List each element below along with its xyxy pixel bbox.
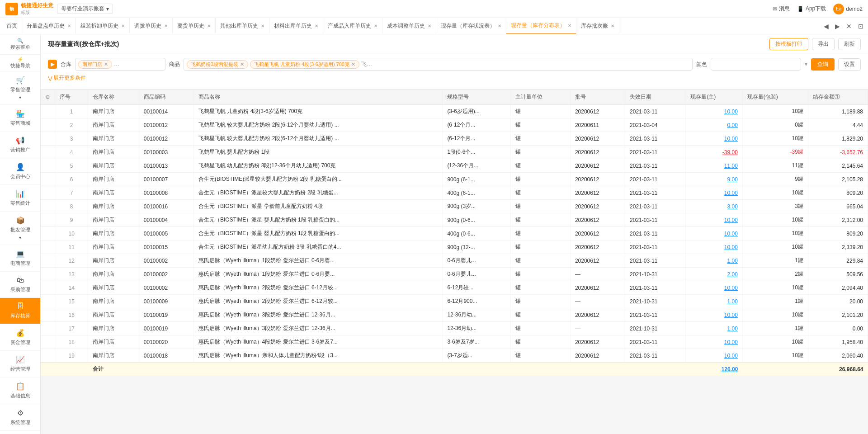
row-stock-main[interactable]: 10.00 xyxy=(686,132,742,146)
tab-close-icon[interactable]: ✕ xyxy=(261,24,264,28)
tab-close-icon[interactable]: ✕ xyxy=(121,24,125,28)
row-product-name: 飞鹤星飞帆 幼儿配方奶粉 3段(12-36个月幼儿适用) 700克 xyxy=(194,159,443,173)
tab-batch-account[interactable]: 库存批次账 ✕ xyxy=(576,18,619,34)
row-stock-main[interactable]: 10.00 xyxy=(686,335,742,349)
row-balance: 2,094.40 xyxy=(808,281,868,295)
sidebar-item-operation[interactable]: 📈 经营管理 xyxy=(0,351,40,377)
row-spec: 6-12月较... xyxy=(443,281,511,295)
sidebar-item-marketing[interactable]: 📢 营销推广 xyxy=(0,132,40,158)
tag-close-icon[interactable]: ✕ xyxy=(351,61,355,67)
row-stock-main[interactable]: 10.00 xyxy=(686,227,742,241)
tab-close-icon[interactable]: ✕ xyxy=(374,24,377,28)
sidebar-item-retail-stat[interactable]: 📊 零售统计 xyxy=(0,185,40,212)
sidebar-search[interactable]: 🔍 搜索菜单 xyxy=(0,34,40,55)
sidebar-item-enterprise[interactable]: 🤝 企业协同 xyxy=(0,431,40,434)
row-stock-pkg: 10罐 xyxy=(742,213,808,227)
th-settings[interactable]: ⚙ xyxy=(41,90,55,105)
warehouse-filter-area[interactable]: 南岸门店 ✕ … xyxy=(75,58,165,71)
message-btn[interactable]: ✉ 消息 xyxy=(773,5,790,13)
sidebar-item-wholesale[interactable]: 📦 批发管理 ▾ xyxy=(0,212,40,245)
tab-inventory-dist[interactable]: 现存量（库存分布表） ✕ xyxy=(506,18,576,34)
tab-close-icon[interactable]: ✕ xyxy=(428,24,431,28)
filter-expand-arrow[interactable]: ▶ xyxy=(48,60,57,69)
tab-cost-adj[interactable]: 成本调整单历史 ✕ xyxy=(382,18,436,34)
export-btn[interactable]: 导出 xyxy=(812,38,835,50)
row-stock-main[interactable]: 1.00 xyxy=(686,254,742,268)
sidebar-quick-nav[interactable]: ⚡ 快捷导航 xyxy=(0,55,40,71)
sidebar-item-system[interactable]: ⚙ 系统管理 xyxy=(0,404,40,431)
tab-label: 现存量（库存状况表） xyxy=(441,22,495,30)
settings-btn[interactable]: 设置 xyxy=(838,58,861,71)
row-stock-main[interactable]: 10.00 xyxy=(686,213,742,227)
sidebar-item-finance[interactable]: 💰 资金管理 xyxy=(0,324,40,351)
template-print-btn[interactable]: 按模板打印 xyxy=(769,38,808,50)
app-download-btn[interactable]: 📱 App下载 xyxy=(797,5,826,13)
row-stock-main[interactable]: 2.00 xyxy=(686,268,742,281)
user-area[interactable]: Ea demo2 xyxy=(833,4,863,14)
tab-prev-btn[interactable]: ◀ xyxy=(821,21,831,32)
tab-fullscreen-btn[interactable]: ⊡ xyxy=(855,21,866,32)
row-spec: 900g (0-6... xyxy=(443,213,511,227)
color-filter-dropdown-icon[interactable]: ▾ xyxy=(805,61,807,67)
tab-close-all-btn[interactable]: ✕ xyxy=(844,21,854,32)
row-product-code: 00100004 xyxy=(139,213,193,227)
row-stock-main[interactable]: 3.00 xyxy=(686,200,742,213)
row-balance: 809.20 xyxy=(808,186,868,200)
query-btn[interactable]: 查询 xyxy=(811,58,835,71)
row-product-code: 00100016 xyxy=(139,200,193,213)
row-unit: 罐 xyxy=(510,132,570,146)
row-stock-main[interactable]: 10.00 xyxy=(686,308,742,322)
tab-product-in[interactable]: 产成品入库单历史 ✕ xyxy=(323,18,382,34)
row-stock-main[interactable]: 1.00 xyxy=(686,322,742,335)
tab-transfer[interactable]: 调拨单历史 ✕ xyxy=(130,18,173,34)
sidebar-item-ecommerce[interactable]: 💻 电商管理 xyxy=(0,245,40,272)
row-stock-main[interactable]: 1.00 xyxy=(686,295,742,308)
row-stock-main[interactable]: 10.00 xyxy=(686,281,742,295)
warehouse-more-dots[interactable]: … xyxy=(114,61,119,67)
row-stock-main[interactable]: -39.00 xyxy=(686,146,742,159)
tab-split[interactable]: 分量盘点单历史 ✕ xyxy=(22,18,76,34)
tab-close-icon[interactable]: ✕ xyxy=(568,23,571,28)
row-expire: 2021-03-11 xyxy=(625,308,686,322)
tag-close-icon[interactable]: ✕ xyxy=(240,61,244,67)
row-stock-main[interactable]: 11.00 xyxy=(686,159,742,173)
row-no: 18 xyxy=(55,335,88,349)
tab-close-icon[interactable]: ✕ xyxy=(498,24,501,28)
product-filter-area[interactable]: 飞鹤奶粉3段丙混提装 ✕ 飞鹤星飞帆 儿童奶粉 4段(3-6岁适用) 700克 … xyxy=(184,58,693,71)
tab-requisition[interactable]: 要货单历史 ✕ xyxy=(173,18,216,34)
tab-close-icon[interactable]: ✕ xyxy=(67,24,71,28)
tab-close-icon[interactable]: ✕ xyxy=(164,24,168,28)
row-product-code: 00100008 xyxy=(139,186,193,200)
tab-material-out[interactable]: 材料出库单历史 ✕ xyxy=(269,18,323,34)
row-settings xyxy=(41,146,55,159)
tag-close-icon[interactable]: ✕ xyxy=(104,61,108,67)
row-stock-main[interactable]: 10.00 xyxy=(686,186,742,200)
color-filter-area[interactable] xyxy=(711,58,801,71)
row-stock-main[interactable]: 10.00 xyxy=(686,241,742,254)
tab-next-btn[interactable]: ▶ xyxy=(832,21,843,32)
sidebar-item-member[interactable]: 👤 会员中心 xyxy=(0,158,40,185)
sidebar-item-retail[interactable]: 🛒 零售管理 ▾ xyxy=(0,71,40,105)
tab-inventory-status[interactable]: 现存量（库存状况表） ✕ xyxy=(436,18,506,34)
row-settings xyxy=(41,335,55,349)
refresh-btn[interactable]: 刷新 xyxy=(838,38,861,50)
product-more-dots[interactable]: 飞… xyxy=(361,61,372,68)
row-stock-main[interactable]: 10.00 xyxy=(686,105,742,118)
row-stock-main[interactable]: 9.00 xyxy=(686,173,742,186)
tab-home[interactable]: 首页 xyxy=(2,18,22,34)
sidebar-item-purchase[interactable]: 🛍 采购管理 xyxy=(0,272,40,298)
tenant-selector[interactable]: 母婴行业演示账套 ▾ xyxy=(57,4,113,14)
tab-disassemble[interactable]: 组装拆卸单历史 ✕ xyxy=(76,18,130,34)
sidebar-item-retail-store[interactable]: 🏪 零售商城 xyxy=(0,105,40,132)
row-stock-main[interactable]: 0.00 xyxy=(686,118,742,132)
row-spec: (6-12个月... xyxy=(443,132,511,146)
row-stock-main[interactable]: 10.00 xyxy=(686,349,742,363)
tab-other-out[interactable]: 其他出库单历史 ✕ xyxy=(216,18,269,34)
sidebar-item-inventory[interactable]: 🗄 库存核算 xyxy=(0,298,40,324)
sidebar-item-basic[interactable]: 📋 基础信息 xyxy=(0,377,40,404)
tab-close-icon[interactable]: ✕ xyxy=(315,24,318,28)
tab-close-icon[interactable]: ✕ xyxy=(611,24,614,28)
tab-close-icon[interactable]: ✕ xyxy=(207,24,211,28)
expand-more-conditions-btn[interactable]: ⋁ 展开更多条件 xyxy=(48,74,861,82)
footer-stock-total: 126.00 xyxy=(686,363,742,376)
